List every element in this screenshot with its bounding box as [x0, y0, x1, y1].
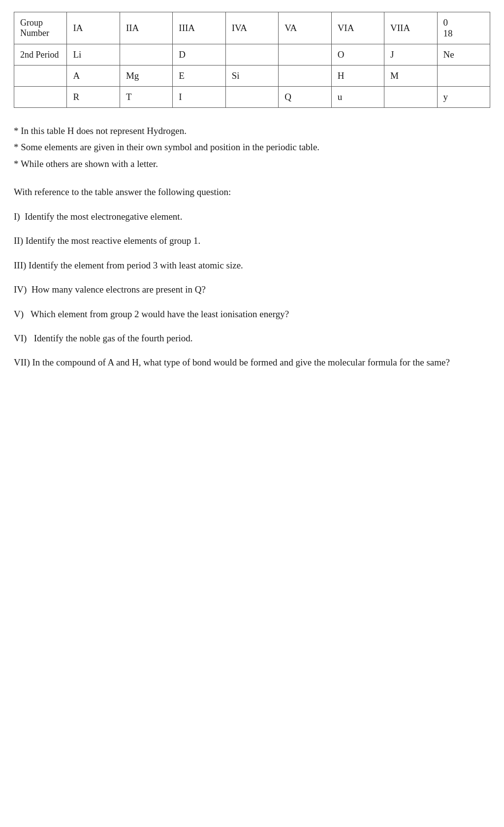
row3-cell-8: y — [437, 87, 490, 108]
row1-label: 2nd Period — [14, 44, 67, 66]
row1-cell-4 — [225, 44, 278, 66]
row2-cell-5 — [279, 66, 331, 87]
question-5: V) Which element from group 2 would have… — [14, 307, 490, 321]
row3-label — [14, 87, 67, 108]
question-4: IV) How many valence electrons are prese… — [14, 282, 490, 297]
header-iiia: IIIA — [173, 12, 225, 44]
question-1-number: I) — [14, 211, 20, 222]
row3-cell-7 — [384, 87, 437, 108]
row3-cell-6: u — [331, 87, 384, 108]
question-4-number: IV) — [14, 284, 27, 295]
question-6-text: Identify the noble gas of the fourth per… — [34, 333, 193, 343]
row2-cell-3: E — [173, 66, 225, 87]
row3-cell-4 — [225, 87, 278, 108]
row2-cell-4: Si — [225, 66, 278, 87]
row1-cell-2 — [120, 44, 172, 66]
question-1-text: Identify the most electronegative elemen… — [25, 211, 182, 222]
question-2-text: Identify the most reactive elements of g… — [26, 235, 201, 246]
question-3-number: III) — [14, 260, 26, 270]
row3-cell-2: T — [120, 87, 172, 108]
notes-section: * In this table H does not represent Hyd… — [14, 124, 490, 171]
header-group-number: Group Number — [14, 12, 67, 44]
row1-cell-6: O — [331, 44, 384, 66]
table-header-row: Group Number IA IIA IIIA IVA VA VIA VIIA… — [14, 12, 490, 44]
question-7-text: In the compound of A and H, what type of… — [32, 357, 449, 367]
question-5-text: Which element from group 2 would have th… — [31, 309, 289, 319]
row2-cell-8 — [437, 66, 490, 87]
row3-cell-1: R — [67, 87, 120, 108]
question-2-number: II) — [14, 235, 23, 246]
note-line-1: * In this table H does not represent Hyd… — [14, 124, 490, 138]
header-iia: IIA — [120, 12, 172, 44]
row1-cell-8: Ne — [437, 44, 490, 66]
periodic-table-container: Group Number IA IIA IIIA IVA VA VIA VIIA… — [14, 12, 490, 108]
question-6-number: VI) — [14, 333, 27, 343]
note-line-3: * While others are shown with a letter. — [14, 157, 490, 171]
periodic-table: Group Number IA IIA IIIA IVA VA VIA VIIA… — [14, 12, 490, 108]
row3-cell-3: I — [173, 87, 225, 108]
question-5-number: V) — [14, 309, 24, 319]
header-iva: IVA — [225, 12, 278, 44]
row2-cell-2: Mg — [120, 66, 172, 87]
question-6: VI) Identify the noble gas of the fourth… — [14, 331, 490, 345]
header-zero: 0 18 — [437, 12, 490, 44]
header-viia: VIIA — [384, 12, 437, 44]
question-1: I) Identify the most electronegative ele… — [14, 209, 490, 224]
row1-cell-7: J — [384, 44, 437, 66]
row2-label — [14, 66, 67, 87]
note-line-2: * Some elements are given in their own s… — [14, 140, 490, 154]
question-4-text: How many valence electrons are present i… — [32, 284, 206, 295]
header-va: VA — [279, 12, 331, 44]
question-3: III) Identify the element from period 3 … — [14, 258, 490, 272]
header-ia: IA — [67, 12, 120, 44]
question-7-number: VII) — [14, 357, 30, 367]
table-row-1: 2nd Period Li D O J Ne — [14, 44, 490, 66]
table-row-2: A Mg E Si H M — [14, 66, 490, 87]
question-2: II) Identify the most reactive elements … — [14, 233, 490, 248]
row1-cell-5 — [279, 44, 331, 66]
intro-text: With reference to the table answer the f… — [14, 185, 490, 199]
header-via: VIA — [331, 12, 384, 44]
row2-cell-7: M — [384, 66, 437, 87]
row2-cell-6: H — [331, 66, 384, 87]
row1-cell-1: Li — [67, 44, 120, 66]
question-7: VII) In the compound of A and H, what ty… — [14, 355, 490, 369]
row3-cell-5: Q — [279, 87, 331, 108]
table-row-3: R T I Q u y — [14, 87, 490, 108]
question-3-text: Identify the element from period 3 with … — [29, 260, 243, 270]
row2-cell-1: A — [67, 66, 120, 87]
questions-section: With reference to the table answer the f… — [14, 185, 490, 370]
row1-cell-3: D — [173, 44, 225, 66]
